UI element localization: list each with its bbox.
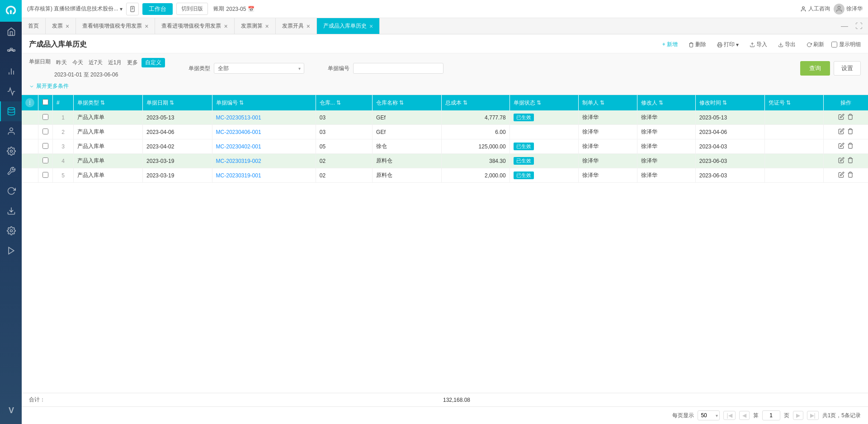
col-header-status[interactable]: 单据状态⇅ (509, 95, 579, 110)
sidebar-item-download[interactable] (0, 201, 22, 221)
tab-invoice-open[interactable]: 发票开具 × (276, 18, 317, 34)
date-1month-btn[interactable]: 近1月 (106, 58, 124, 67)
row-checkbox-cell[interactable] (38, 139, 53, 154)
row-number-link[interactable]: MC-20230513-001 (216, 114, 261, 121)
query-button[interactable]: 查询 (800, 61, 830, 76)
tab-invoice-open-close[interactable]: × (307, 23, 310, 29)
print-button[interactable]: 打印 ▾ (713, 39, 742, 50)
page-next-button[interactable]: ▶ (793, 411, 803, 420)
page-prev-button[interactable]: ◀ (739, 411, 750, 420)
date-7days-btn[interactable]: 近7天 (87, 58, 104, 67)
tab-purchase-vat[interactable]: 查看进项增值税专用发票 × (155, 18, 234, 34)
window-maximize-button[interactable]: ⛶ (854, 21, 864, 31)
col-header-total-cost[interactable]: 总成本⇅ (441, 95, 509, 110)
window-minimize-button[interactable]: — (839, 21, 850, 31)
row-checkbox[interactable] (42, 129, 48, 134)
sidebar-item-v[interactable]: V (0, 400, 22, 420)
row-edit-icon[interactable] (838, 114, 844, 121)
col-header-creator[interactable]: 制单人⇅ (579, 95, 637, 110)
sidebar-item-refresh[interactable] (0, 181, 22, 201)
row-checkbox[interactable] (42, 114, 48, 120)
row-number-link[interactable]: MC-20230406-001 (216, 129, 261, 135)
row-edit-icon[interactable] (838, 172, 844, 179)
export-button[interactable]: 导出 (774, 39, 799, 50)
col-header-voucher[interactable]: 凭证号⇅ (765, 95, 823, 110)
date-yesterday-btn[interactable]: 昨天 (54, 58, 69, 67)
sidebar-item-settings[interactable] (0, 141, 22, 161)
row-checkbox[interactable] (42, 143, 48, 149)
sidebar-item-home[interactable] (0, 22, 22, 42)
filter-expand-btn[interactable]: 展开更多条件 (29, 82, 861, 90)
row-number-link[interactable]: MC-20230319-002 (216, 158, 261, 164)
row-delete-icon[interactable] (847, 172, 854, 179)
tab-sales-vat-close[interactable]: × (145, 23, 148, 29)
topbar-doc-button[interactable] (126, 3, 139, 15)
sidebar-logo[interactable] (0, 0, 22, 22)
date-custom-btn[interactable]: 自定义 (142, 58, 165, 67)
number-filter-input[interactable] (353, 63, 443, 74)
sidebar-item-chart[interactable] (0, 62, 22, 81)
tab-product-history[interactable]: 产成品入库单历史 × (317, 18, 380, 34)
import-button[interactable]: 导入 (746, 39, 771, 50)
refresh-button[interactable]: 刷新 (803, 39, 828, 50)
show-detail-toggle[interactable]: 显示明细 (831, 41, 861, 48)
sidebar-item-tool[interactable] (0, 161, 22, 181)
col-header-checkbox[interactable] (38, 95, 53, 110)
topbar-company[interactable]: (库存核算) 直播轻绑通信息技术股份... ▾ (27, 5, 123, 13)
tab-invoice[interactable]: 发票 × (46, 18, 76, 34)
col-header-number[interactable]: 单据编号⇅ (212, 95, 316, 110)
per-page-select[interactable]: 20 50 100 (698, 410, 720, 420)
row-edit-icon[interactable] (838, 128, 844, 136)
help-button[interactable]: 人工咨询 (800, 5, 830, 13)
tab-invoice-calc[interactable]: 发票测算 × (235, 18, 276, 34)
calendar-icon[interactable]: 📅 (248, 6, 255, 12)
topbar-user[interactable]: 徐泽华 (834, 4, 863, 14)
date-today-btn[interactable]: 今天 (71, 58, 85, 67)
row-edit-icon[interactable] (838, 143, 844, 150)
new-button[interactable]: + 新增 (659, 39, 681, 50)
select-all-checkbox[interactable] (42, 99, 48, 105)
sidebar-item-storage[interactable] (0, 101, 22, 121)
row-delete-icon[interactable] (847, 114, 854, 121)
col-header-warehouse-code[interactable]: 仓库...⇅ (316, 95, 372, 110)
row-checkbox-cell[interactable] (38, 125, 53, 139)
tab-invoice-calc-close[interactable]: × (265, 23, 269, 29)
sidebar-item-person[interactable] (0, 121, 22, 141)
switch-version-button[interactable]: 切到旧版 (176, 3, 208, 15)
sidebar-item-org[interactable] (0, 42, 22, 62)
row-delete-icon[interactable] (847, 157, 854, 165)
row-checkbox-cell[interactable] (38, 110, 53, 125)
sidebar-item-play[interactable] (0, 241, 22, 261)
delete-button[interactable]: 删除 (685, 39, 710, 50)
type-select[interactable]: 全部 (214, 63, 304, 74)
row-checkbox-cell[interactable] (38, 168, 53, 183)
col-header-type[interactable]: 单据类型⇅ (74, 95, 143, 110)
show-detail-checkbox[interactable] (831, 42, 837, 48)
tab-sales-vat[interactable]: 查看销项增值税专用发票 × (76, 18, 155, 34)
row-number-link[interactable]: MC-20230402-001 (216, 143, 261, 150)
col-header-modifier[interactable]: 修改人⇅ (637, 95, 695, 110)
col-header-settings[interactable] (22, 95, 38, 110)
col-header-warehouse-name[interactable]: 仓库名称⇅ (373, 95, 442, 110)
page-number-input[interactable] (762, 410, 780, 420)
col-header-modify-time[interactable]: 修改时间⇅ (695, 95, 764, 110)
tab-product-history-close[interactable]: × (369, 23, 373, 29)
row-checkbox[interactable] (42, 157, 48, 163)
row-delete-icon[interactable] (847, 143, 854, 150)
tab-purchase-vat-close[interactable]: × (224, 23, 227, 29)
page-last-button[interactable]: ▶| (807, 411, 819, 420)
sidebar-item-settings2[interactable] (0, 221, 22, 241)
row-delete-icon[interactable] (847, 128, 854, 136)
setting-button[interactable]: 设置 (834, 61, 861, 76)
row-number-link[interactable]: MC-20230319-001 (216, 172, 261, 179)
tab-invoice-close[interactable]: × (66, 23, 69, 29)
sidebar-item-graph[interactable] (0, 81, 22, 101)
row-checkbox[interactable] (42, 172, 48, 178)
row-checkbox-cell[interactable] (38, 154, 53, 168)
row-edit-icon[interactable] (838, 157, 844, 165)
date-more-btn[interactable]: 更多 (125, 58, 140, 67)
workbench-button[interactable]: 工作台 (142, 3, 173, 15)
col-header-date[interactable]: 单据日期⇅ (143, 95, 212, 110)
page-first-button[interactable]: |◀ (723, 411, 735, 420)
tab-home[interactable]: 首页 (22, 18, 46, 34)
